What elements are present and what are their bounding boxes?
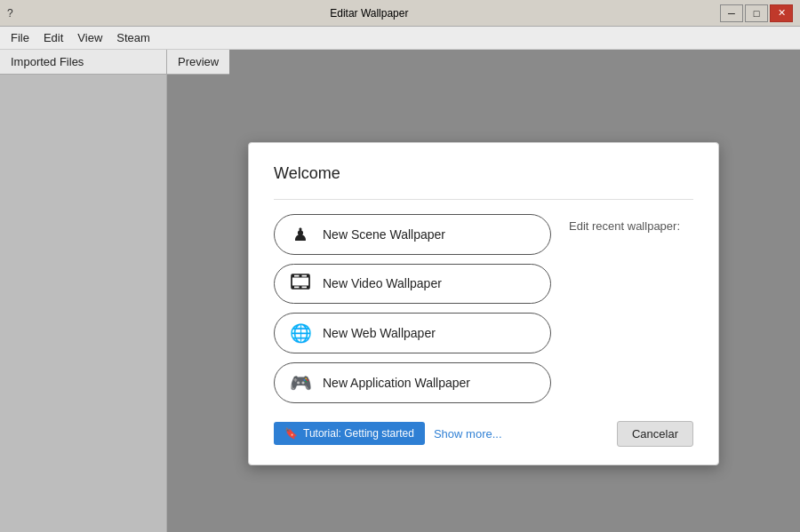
tutorial-button[interactable]: 🔖 Tutorial: Getting started	[274, 422, 425, 445]
minimize-button[interactable]: ─	[720, 4, 743, 22]
edit-recent-label: Edit recent wallpaper:	[569, 219, 680, 233]
sidebar: Imported Files	[0, 50, 167, 532]
video-icon	[289, 274, 312, 294]
window-controls: ─ □ ✕	[720, 4, 793, 22]
new-video-wallpaper-button[interactable]: New Video Wallpaper	[274, 264, 551, 304]
preview-area: Preview Welcome ♟ New Scene Wallpaper	[167, 50, 800, 532]
dialog-divider	[274, 199, 693, 200]
wallpaper-type-buttons: ♟ New Scene Wallpaper	[274, 214, 551, 403]
app-icon: 🎮	[289, 372, 312, 393]
menubar: File Edit View Steam	[0, 27, 800, 50]
dialog-title: Welcome	[274, 164, 693, 183]
svg-rect-6	[300, 274, 302, 277]
new-scene-wallpaper-button[interactable]: ♟ New Scene Wallpaper	[274, 214, 551, 255]
sidebar-tab-imported-files[interactable]: Imported Files	[0, 50, 166, 75]
bookmark-icon: 🔖	[284, 427, 298, 440]
show-more-link[interactable]: Show more...	[434, 427, 502, 441]
preview-content: Welcome ♟ New Scene Wallpaper	[167, 75, 800, 532]
maximize-button[interactable]: □	[745, 4, 768, 22]
new-application-wallpaper-button[interactable]: 🎮 New Application Wallpaper	[274, 362, 551, 403]
svg-rect-2	[292, 274, 294, 277]
edit-recent-section: Edit recent wallpaper:	[569, 214, 693, 403]
menu-file[interactable]: File	[4, 28, 36, 47]
svg-rect-5	[307, 286, 309, 289]
new-web-label: New Web Wallpaper	[323, 326, 436, 340]
titlebar: ? Editar Wallpaper ─ □ ✕	[0, 0, 800, 27]
main-area: Imported Files Preview Welcome ♟ New Sce…	[0, 50, 800, 532]
menu-view[interactable]: View	[70, 28, 109, 47]
dialog-overlay: Welcome ♟ New Scene Wallpaper	[167, 75, 800, 532]
scene-icon: ♟	[289, 224, 312, 245]
help-icon[interactable]: ?	[7, 7, 13, 20]
welcome-dialog: Welcome ♟ New Scene Wallpaper	[248, 142, 719, 465]
new-video-label: New Video Wallpaper	[323, 276, 442, 290]
dialog-footer: 🔖 Tutorial: Getting started Show more...…	[274, 421, 693, 447]
tutorial-label: Tutorial: Getting started	[303, 427, 414, 440]
preview-tab[interactable]: Preview	[167, 50, 229, 75]
svg-rect-4	[292, 286, 294, 289]
menu-edit[interactable]: Edit	[36, 28, 70, 47]
svg-rect-7	[300, 286, 302, 289]
new-web-wallpaper-button[interactable]: 🌐 New Web Wallpaper	[274, 313, 551, 353]
svg-rect-3	[307, 274, 309, 277]
new-app-label: New Application Wallpaper	[323, 376, 470, 390]
window-title: Editar Wallpaper	[19, 7, 720, 20]
close-button[interactable]: ✕	[770, 4, 793, 22]
svg-rect-1	[292, 277, 309, 286]
cancel-button[interactable]: Cancelar	[617, 421, 693, 447]
new-scene-label: New Scene Wallpaper	[323, 227, 445, 242]
web-icon: 🌐	[289, 322, 312, 344]
dialog-body: ♟ New Scene Wallpaper	[274, 214, 693, 403]
menu-steam[interactable]: Steam	[109, 28, 157, 47]
